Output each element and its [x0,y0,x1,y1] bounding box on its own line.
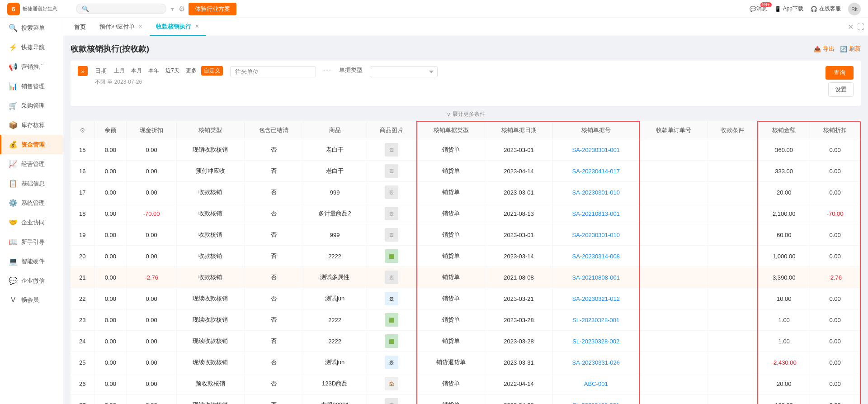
refresh-button[interactable]: 🔄 刷新 [840,45,861,53]
sidebar-item-inventory[interactable]: 📦 库存核算 [0,115,63,135]
cell-verify-bill-type: 销货单 [417,224,485,246]
table-row: 24 0.00 0.00 现续收款核销 否 2222 🟩 销货单 2023-03… [71,331,860,352]
date-cur-year[interactable]: 本年 [146,66,161,76]
cell-receipt-order-no [640,352,708,373]
cell-goods: 测试多属性 [303,267,367,288]
top-bar-search: 🔍 ▼ ⚙ 体验行业方案 [76,3,744,15]
cell-include-settled: 否 [244,288,303,309]
partner-input[interactable] [230,66,316,77]
cell-balance: 0.00 [94,139,127,161]
search-input-wrap[interactable]: 🔍 [76,4,166,14]
sidebar-item-marketing[interactable]: 📢 营销推广 [0,57,63,76]
cell-receipt-condition [708,373,758,394]
cell-verify-bill-no[interactable]: SA-20230321-012 [552,288,639,309]
date-prev-month[interactable]: 上月 [112,66,127,76]
industry-btn[interactable]: 体验行业方案 [189,3,236,15]
purchase-icon: 🛒 [9,101,18,110]
cell-verify-discount: 0.00 [810,352,860,373]
cell-balance: 0.00 [94,203,127,224]
cell-verify-bill-no[interactable]: SL-20230328-002 [552,331,639,352]
tab-receipt-close[interactable]: ✕ [194,23,200,30]
cell-receipt-condition [708,161,758,182]
tab-close-all-icon[interactable]: ✕ [848,23,854,31]
cell-verify-bill-no[interactable]: SA-20210813-001 [552,203,639,224]
sidebar-item-enterprise[interactable]: 🤝 企业协同 [0,213,63,232]
col-balance: 余额 [94,121,127,139]
sidebar-item-guide[interactable]: 📖 新手引导 [0,232,63,252]
cell-verify-discount: 0.00 [810,182,860,203]
gear-icon[interactable]: ⚙ [179,5,185,13]
user-avatar[interactable]: Rit [848,3,861,15]
filter-dots: ··· [323,66,332,74]
online-service[interactable]: 🎧 在线客服 [811,5,841,13]
date-cur-month[interactable]: 本月 [129,66,144,76]
cell-verify-bill-no[interactable]: SA-20230414-017 [552,161,639,182]
sidebar-item-quick[interactable]: ⚡ 快捷导航 [0,38,63,57]
cell-include-settled: 否 [244,224,303,246]
table-row: 26 0.00 0.00 预收款核销 否 123D商品 🏠 销货单 2022-0… [71,373,860,394]
cell-verify-bill-no[interactable]: SA-20230331-026 [552,352,639,373]
cell-verify-bill-type: 销货单 [417,182,485,203]
col-settings[interactable]: ⚙ [71,121,94,139]
cell-verify-date: 2023-03-21 [485,288,553,309]
settings-button[interactable]: 设置 [828,82,854,97]
dropdown-arrow-icon[interactable]: ▼ [170,6,175,12]
sidebar-item-wechat[interactable]: 💬 企业微信 [0,271,63,290]
sidebar-item-search[interactable]: 🔍 搜索菜单 [0,18,63,38]
cell-verify-bill-no[interactable]: SA-20210808-001 [552,267,639,288]
filter-toggle-arrow[interactable]: » [78,66,88,76]
sidebar-item-purchase[interactable]: 🛒 采购管理 [0,96,63,115]
cell-goods: 999 [303,182,367,203]
sidebar-item-finance[interactable]: 💰 资金管理 [0,135,63,154]
tab-receipt-verify[interactable]: 收款核销执行 ✕ [150,18,206,36]
cell-verify-amount: 100.00 [758,394,810,404]
cell-verify-type: 现续收款核销 [176,309,244,331]
cell-verify-amount: 20.00 [758,182,810,203]
cell-receipt-condition [708,139,758,161]
cell-verify-bill-no[interactable]: SA-20230301-001 [552,139,639,161]
cell-verify-bill-no[interactable]: SA-20230314-008 [552,246,639,267]
cell-cash-discount: 0.00 [127,139,176,161]
tab-home[interactable]: 首页 [67,18,93,36]
sidebar-item-system[interactable]: ⚙️ 系统管理 [0,193,63,213]
cell-goods: 老白干 [303,161,367,182]
cell-goods-image: 🖼 [367,139,417,161]
tab-prepay[interactable]: 预付冲应付单 ✕ [93,18,150,36]
sales-icon: 📊 [9,82,18,90]
tab-prepay-close[interactable]: ✕ [137,23,143,30]
message-wrap[interactable]: 💬 消息 99+ [750,5,767,13]
sidebar-item-member[interactable]: V 畅会员 [0,290,63,309]
cell-verify-date: 2023-03-01 [485,182,553,203]
cell-verify-bill-no[interactable]: SL-20230328-001 [552,309,639,331]
table-wrap: ⚙ 余额 现金折扣 核销类型 包含已结清 商品 商品图片 核销单据类型 核销单据… [71,121,861,404]
cell-cash-discount: 0.00 [127,373,176,394]
sidebar-item-operation[interactable]: 📈 经营管理 [0,154,63,174]
date-custom[interactable]: 自定义 [201,66,223,76]
cell-verify-date: 2023-03-28 [485,309,553,331]
sidebar-item-basic[interactable]: 📋 基础信息 [0,174,63,193]
filter-row-date: 日期 上月 本月 本年 近7天 更多 自定义 [95,66,223,76]
expand-more[interactable]: ∨ 展开更多条件 [71,110,861,118]
cell-include-settled: 否 [244,203,303,224]
cell-id: 24 [71,331,94,352]
date-label: 日期 [95,67,107,75]
export-button[interactable]: 📤 导出 [814,45,835,53]
cell-verify-bill-no[interactable]: SA-20230301-010 [552,224,639,246]
date-more[interactable]: 更多 [184,66,198,76]
cell-receipt-order-no [640,394,708,404]
single-type-select[interactable] [370,66,438,77]
cell-id: 22 [71,288,94,309]
cell-id: 25 [71,352,94,373]
cell-verify-bill-no[interactable]: ABC-001 [552,373,639,394]
cell-verify-bill-no[interactable]: SL-20230408-001 [552,394,639,404]
query-button[interactable]: 查询 [826,66,854,80]
tab-expand-icon[interactable]: ⛶ [857,23,864,31]
search-input[interactable] [92,6,155,12]
filter-right-actions: 查询 设置 [826,66,854,97]
cell-verify-bill-no[interactable]: SA-20230301-010 [552,182,639,203]
date-7days[interactable]: 近7天 [164,66,181,76]
sidebar-item-sales[interactable]: 📊 销售管理 [0,76,63,96]
table-row: 19 0.00 0.00 收款核销 否 999 🖼 销货单 2023-03-01… [71,224,860,246]
app-download[interactable]: 📱 App下载 [774,5,803,13]
sidebar-item-hardware[interactable]: 💻 智能硬件 [0,252,63,271]
